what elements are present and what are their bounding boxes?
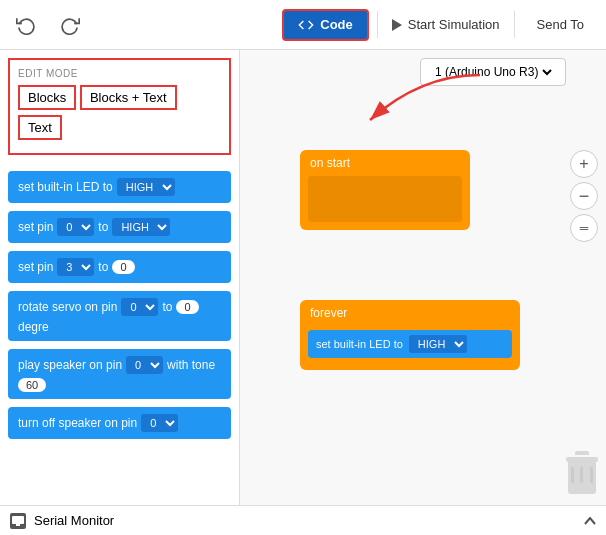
block-label-3: set pin xyxy=(18,260,53,274)
svg-rect-1 xyxy=(12,516,24,524)
block-connector-3: to xyxy=(98,260,108,274)
block-connector-5: with tone xyxy=(167,358,215,372)
block-dropdown-pin-2[interactable]: 0123 xyxy=(57,218,94,236)
block-value-5: 60 xyxy=(18,378,46,392)
block-label-2: set pin xyxy=(18,220,53,234)
block-label-4: rotate servo on pin xyxy=(18,300,117,314)
edit-mode-box: EDIT MODE Blocks Blocks + Text Text xyxy=(8,58,231,155)
serial-monitor-bar[interactable]: Serial Monitor xyxy=(0,505,606,535)
block-set-builtin-led[interactable]: set built-in LED to HIGHLOW xyxy=(8,171,231,203)
svg-rect-2 xyxy=(16,524,20,526)
block-turn-off-speaker[interactable]: turn off speaker on pin 01 xyxy=(8,407,231,439)
block-dropdown-value-2[interactable]: HIGHLOW xyxy=(112,218,170,236)
zoom-out-button[interactable]: − xyxy=(570,182,598,210)
block-dropdown-pin-4[interactable]: 012 xyxy=(121,298,158,316)
block-label-5: play speaker on pin xyxy=(18,358,122,372)
redo-button[interactable] xyxy=(52,7,88,43)
forever-inner-block[interactable]: set built-in LED to HIGHLOW xyxy=(308,330,512,358)
block-dropdown-pin-6[interactable]: 01 xyxy=(141,414,178,432)
block-connector-2: to xyxy=(98,220,108,234)
code-button[interactable]: Code xyxy=(282,9,369,41)
block-rotate-servo[interactable]: rotate servo on pin 012 to 0 degre xyxy=(8,291,231,341)
block-dropdown-pin-5[interactable]: 01 xyxy=(126,356,163,374)
block-dropdown-pin-3[interactable]: 3012 xyxy=(57,258,94,276)
block-label-1: set built-in LED to xyxy=(18,180,113,194)
zoom-fit-button[interactable]: ═ xyxy=(570,214,598,242)
inner-block-dropdown[interactable]: HIGHLOW xyxy=(409,335,467,353)
block-suffix-4: degre xyxy=(18,320,49,334)
arduino-select-dropdown[interactable]: 1 (Arduino Uno R3) xyxy=(431,64,555,80)
toolbar: Code Start Simulation Send To xyxy=(0,0,606,50)
arduino-selector[interactable]: 1 (Arduino Uno R3) xyxy=(420,58,566,86)
start-simulation-label: Start Simulation xyxy=(408,17,500,32)
start-simulation-button[interactable]: Start Simulation xyxy=(377,11,515,38)
forever-block[interactable]: forever set built-in LED to HIGHLOW xyxy=(300,300,520,370)
send-to-label: Send To xyxy=(537,17,584,32)
main-area: EDIT MODE Blocks Blocks + Text Text set … xyxy=(0,50,606,505)
serial-monitor-icon xyxy=(10,513,26,529)
edit-mode-blocks[interactable]: Blocks xyxy=(18,85,76,110)
edit-mode-label: EDIT MODE xyxy=(18,68,221,79)
code-label: Code xyxy=(320,17,353,32)
forever-label: forever xyxy=(300,300,520,326)
block-dropdown-high-1[interactable]: HIGHLOW xyxy=(117,178,175,196)
code-icon xyxy=(298,17,314,33)
trash-handle xyxy=(575,451,589,455)
block-set-pin-value[interactable]: set pin 3012 to 0 xyxy=(8,251,231,283)
canvas-area[interactable]: 1 (Arduino Uno R3) on start forever set … xyxy=(240,50,606,505)
on-start-label: on start xyxy=(300,150,470,176)
on-start-block[interactable]: on start xyxy=(300,150,470,230)
serial-chevron-up-icon xyxy=(584,517,596,525)
serial-monitor-label: Serial Monitor xyxy=(34,513,114,528)
edit-mode-text[interactable]: Text xyxy=(18,115,62,140)
block-value-4: 0 xyxy=(176,300,198,314)
trash-area xyxy=(564,451,600,495)
blocks-list: set built-in LED to HIGHLOW set pin 0123… xyxy=(0,163,239,505)
block-play-speaker[interactable]: play speaker on pin 01 with tone 60 xyxy=(8,349,231,399)
send-to-button[interactable]: Send To xyxy=(523,11,598,38)
undo-button[interactable] xyxy=(8,7,44,43)
edit-mode-blocks-text[interactable]: Blocks + Text xyxy=(80,85,177,110)
block-label-6: turn off speaker on pin xyxy=(18,416,137,430)
block-connector-4: to xyxy=(162,300,172,314)
zoom-controls: + − ═ xyxy=(570,150,598,242)
trash-body xyxy=(568,462,596,494)
zoom-in-button[interactable]: + xyxy=(570,150,598,178)
monitor-icon xyxy=(12,516,24,526)
play-icon xyxy=(392,19,402,31)
inner-block-label: set built-in LED to xyxy=(316,338,403,350)
block-set-pin-high[interactable]: set pin 0123 to HIGHLOW xyxy=(8,211,231,243)
left-panel: EDIT MODE Blocks Blocks + Text Text set … xyxy=(0,50,240,505)
block-value-3: 0 xyxy=(112,260,134,274)
